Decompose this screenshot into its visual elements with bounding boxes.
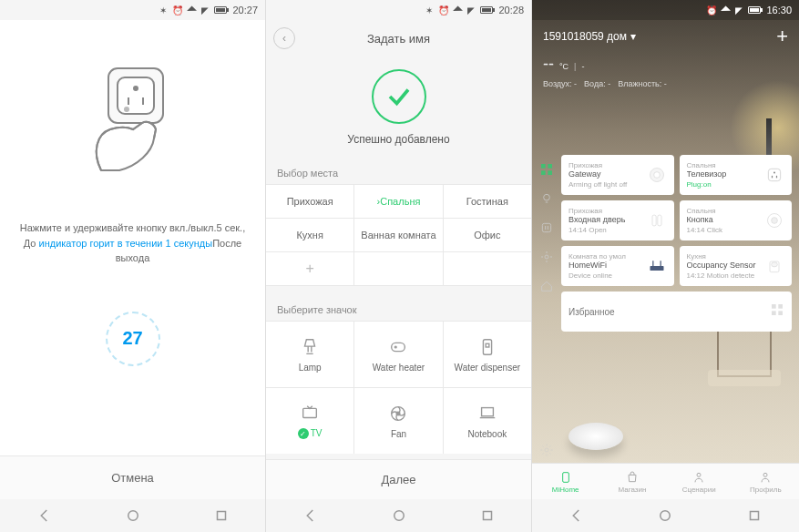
nav-back-icon[interactable] bbox=[566, 505, 588, 527]
signal-icon bbox=[467, 5, 475, 15]
temperature-unit: °C bbox=[559, 62, 569, 71]
svg-rect-37 bbox=[650, 266, 663, 271]
clock: 16:30 bbox=[766, 5, 792, 15]
success-message: Успешно добавлено bbox=[266, 133, 531, 146]
icon-option-notebook[interactable]: Notebook bbox=[444, 388, 531, 454]
room-option[interactable]: Кухня bbox=[266, 219, 353, 251]
room-section-label: Выбор места bbox=[266, 162, 531, 184]
device-card-button[interactable]: Спальня Кнопка 14:14 Click bbox=[680, 200, 793, 240]
room-option[interactable]: Гостиная bbox=[444, 185, 531, 218]
android-navbar bbox=[532, 499, 799, 532]
tab-profile[interactable]: Профиль bbox=[732, 464, 799, 499]
status-bar: 16:30 bbox=[532, 0, 799, 20]
settings-icon[interactable] bbox=[539, 443, 554, 457]
icon-option-lamp[interactable]: Lamp bbox=[266, 322, 353, 387]
nav-home-icon[interactable] bbox=[122, 505, 144, 527]
svg-point-49 bbox=[763, 473, 767, 476]
screen-name-device: 20:28 ‹ Задать имя Успешно добавлено Выб… bbox=[266, 0, 532, 532]
rail-light-icon[interactable] bbox=[539, 191, 554, 206]
signal-icon bbox=[201, 5, 209, 15]
motion-sensor-icon bbox=[764, 256, 784, 276]
battery-icon bbox=[480, 6, 493, 14]
nav-recent-icon[interactable] bbox=[743, 505, 765, 527]
rail-sensor-icon[interactable] bbox=[539, 250, 554, 264]
nav-recent-icon[interactable] bbox=[476, 505, 498, 527]
category-rail bbox=[532, 155, 561, 463]
next-button[interactable]: Далее bbox=[266, 459, 531, 499]
svg-point-41 bbox=[772, 262, 778, 267]
status-bar: 20:28 bbox=[266, 0, 531, 20]
temperature-value: -- bbox=[543, 55, 554, 74]
nav-back-icon[interactable] bbox=[300, 505, 322, 527]
nav-back-icon[interactable] bbox=[34, 505, 56, 527]
wifi-icon bbox=[189, 5, 196, 15]
location: - bbox=[581, 62, 584, 71]
door-sensor-icon bbox=[647, 210, 667, 230]
nav-home-icon[interactable] bbox=[654, 505, 676, 527]
bluetooth-icon bbox=[159, 5, 167, 15]
svg-rect-42 bbox=[772, 304, 776, 309]
device-card-door[interactable]: Прихожая Входная дверь 14:14 Open bbox=[561, 200, 674, 240]
device-card-gateway[interactable]: Прихожая Gateway Arming off light off bbox=[561, 155, 674, 195]
icon-section-label: Выберите значок bbox=[266, 299, 531, 321]
room-option-selected[interactable]: Спальня bbox=[354, 185, 442, 218]
indicator-link[interactable]: индикатор горит в течении 1 секунды bbox=[39, 238, 213, 249]
bottom-tabs: MiHome Магазин Сценарии Профиль bbox=[532, 463, 799, 499]
icon-option-water-dispenser[interactable]: Water dispenser bbox=[444, 322, 531, 387]
room-option[interactable]: Ванная комната bbox=[354, 219, 442, 251]
header: ‹ Задать имя bbox=[266, 20, 531, 56]
svg-rect-18 bbox=[541, 164, 546, 169]
success-icon bbox=[372, 69, 426, 124]
screen-home-dashboard: 16:30 1591018059 дом ▾ + -- °C | - Возду… bbox=[532, 0, 799, 532]
weather-panel: -- °C | - Воздух: - Вода: - Влажность: - bbox=[543, 55, 788, 88]
alarm-icon bbox=[438, 5, 449, 15]
nav-recent-icon[interactable] bbox=[210, 505, 232, 527]
nav-home-icon[interactable] bbox=[388, 505, 410, 527]
svg-rect-11 bbox=[486, 343, 489, 347]
svg-rect-19 bbox=[548, 164, 552, 169]
icon-option-water-heater[interactable]: Water heater bbox=[354, 322, 442, 387]
tab-store[interactable]: Магазин bbox=[599, 464, 665, 499]
icon-grid: Lamp Water heater Water dispenser ✓TV Fa… bbox=[266, 321, 531, 454]
svg-rect-47 bbox=[562, 472, 569, 482]
svg-rect-17 bbox=[483, 512, 491, 520]
cancel-button[interactable]: Отмена bbox=[0, 455, 265, 499]
alarm-icon bbox=[172, 5, 183, 15]
favorites-card[interactable]: Избранное bbox=[561, 292, 792, 332]
back-button[interactable]: ‹ bbox=[273, 27, 295, 49]
device-card-router[interactable]: Комната по умол HomeWiFi Device online bbox=[561, 246, 674, 286]
rail-grid-icon[interactable] bbox=[539, 162, 554, 177]
svg-rect-8 bbox=[392, 343, 405, 351]
room-option[interactable]: Прихожая bbox=[266, 185, 353, 218]
page-title: Задать имя bbox=[367, 32, 430, 46]
svg-rect-7 bbox=[217, 512, 225, 520]
add-device-button[interactable]: + bbox=[776, 25, 788, 48]
rail-outlet-icon[interactable] bbox=[539, 220, 554, 235]
room-option[interactable]: Офис bbox=[444, 219, 531, 251]
svg-point-5 bbox=[124, 107, 129, 112]
svg-rect-34 bbox=[657, 215, 661, 226]
wifi-icon bbox=[722, 5, 730, 15]
tab-scenes[interactable]: Сценарии bbox=[666, 464, 732, 499]
android-navbar bbox=[266, 499, 531, 532]
device-card-motion[interactable]: Кухня Occupancy Sensor 14:12 Motion dete… bbox=[680, 246, 793, 286]
device-cards: Прихожая Gateway Arming off light off Сп… bbox=[561, 155, 799, 463]
svg-rect-21 bbox=[548, 170, 552, 175]
tab-mihome[interactable]: MiHome bbox=[532, 464, 599, 499]
svg-rect-45 bbox=[778, 311, 783, 315]
gateway-icon bbox=[647, 165, 667, 185]
icon-option-fan[interactable]: Fan bbox=[354, 388, 442, 454]
svg-rect-20 bbox=[541, 170, 546, 175]
home-selector[interactable]: 1591018059 дом ▾ bbox=[543, 30, 636, 43]
device-card-tv-plug[interactable]: Спальня Телевизор Plug:on bbox=[680, 155, 793, 195]
plug-illustration bbox=[51, 38, 215, 202]
svg-rect-43 bbox=[778, 304, 783, 309]
svg-rect-23 bbox=[542, 223, 550, 231]
wifi-icon bbox=[455, 5, 462, 15]
icon-option-tv-selected[interactable]: ✓TV bbox=[266, 388, 353, 454]
battery-icon bbox=[214, 6, 227, 14]
room-grid: Прихожая Спальня Гостиная Кухня Ванная к… bbox=[266, 184, 531, 286]
rail-home-icon[interactable] bbox=[539, 279, 554, 293]
add-room-button[interactable]: + bbox=[266, 252, 353, 285]
svg-point-50 bbox=[661, 511, 671, 521]
